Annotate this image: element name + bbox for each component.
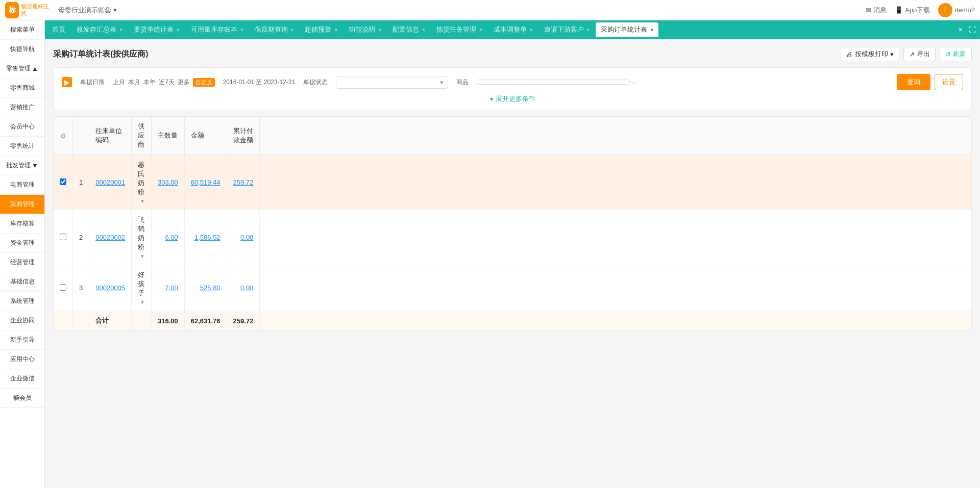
sidebar-item-retail-mall[interactable]: 零售商城 bbox=[0, 79, 44, 98]
sidebar-item-vip[interactable]: 畅会员 bbox=[0, 389, 44, 408]
td-row-check[interactable] bbox=[54, 265, 73, 311]
tab-home[interactable]: 首页 bbox=[47, 22, 70, 37]
export-button[interactable]: ↗ 导出 bbox=[903, 47, 936, 61]
refresh-button[interactable]: ↺ 刷新 bbox=[940, 47, 972, 61]
tab-close-icon[interactable]: × bbox=[479, 27, 482, 33]
td-paid[interactable]: 0.00 bbox=[227, 265, 260, 311]
tab-expiry[interactable]: 保质期查询 × bbox=[250, 22, 299, 37]
tab-invite[interactable]: 邀请下游客户 × bbox=[539, 22, 595, 37]
data-table: ⚙ 往来单位编码 供应商 主数量 金额 累计付款金额 bbox=[53, 116, 972, 331]
export-label: 导出 bbox=[917, 49, 930, 59]
sidebar-item-marketing[interactable]: 营销推广 bbox=[0, 98, 44, 117]
sidebar-item-system[interactable]: 系统管理 bbox=[0, 292, 44, 311]
td-amount[interactable]: 60,519.44 bbox=[184, 155, 227, 210]
tab-close-icon[interactable]: × bbox=[378, 27, 381, 33]
tab-expand-button[interactable]: ⛶ bbox=[967, 24, 978, 35]
td-qty[interactable]: 6.00 bbox=[151, 210, 184, 265]
td-qty[interactable]: 303.00 bbox=[151, 155, 184, 210]
date-custom-tag[interactable]: 自定义 bbox=[193, 78, 215, 87]
td-index: 1 bbox=[73, 155, 89, 210]
tab-close-icon[interactable]: × bbox=[119, 27, 122, 33]
row-checkbox[interactable] bbox=[60, 178, 66, 185]
tab-close-icon[interactable]: × bbox=[334, 27, 337, 33]
tab-close-icon[interactable]: × bbox=[650, 27, 653, 33]
tab-function[interactable]: 功能说明 × bbox=[344, 22, 386, 37]
sidebar-item-operation[interactable]: 经营管理 bbox=[0, 253, 44, 272]
tab-overstock[interactable]: 超储预警 × bbox=[300, 22, 342, 37]
td-supplier-code[interactable]: 00020001 bbox=[89, 155, 132, 210]
sidebar-item-retail-stat[interactable]: 零售统计 bbox=[0, 137, 44, 156]
sidebar-item-quick-nav[interactable]: 快捷导航 bbox=[0, 40, 44, 59]
sidebar-item-newbie[interactable]: 新手引导 bbox=[0, 330, 44, 350]
query-button[interactable]: 查询 bbox=[897, 74, 930, 90]
sidebar-item-retail[interactable]: 零售管理 ▲ bbox=[0, 59, 44, 79]
sidebar-item-inventory[interactable]: 库存核算 bbox=[0, 214, 44, 234]
td-amount[interactable]: 1,586.52 bbox=[184, 210, 227, 265]
td-qty[interactable]: 7.00 bbox=[151, 265, 184, 311]
status-select[interactable]: ▾ bbox=[336, 76, 448, 89]
table-row[interactable]: 3 00020005 好孩子▼ 7.00 525.80 0.00 bbox=[54, 265, 971, 311]
tab-purchase-stat[interactable]: 要货单统计表 × bbox=[129, 22, 185, 37]
top-bar-right: ✉ 消息 📱 App下载 E demo2 bbox=[866, 3, 975, 17]
tab-close-icon[interactable]: × bbox=[422, 27, 425, 33]
sidebar-item-ecommerce[interactable]: 电商管理 bbox=[0, 175, 44, 195]
goods-more-button[interactable]: ··· bbox=[632, 79, 638, 86]
td-row-check[interactable] bbox=[54, 155, 73, 210]
table-row[interactable]: 1 00020001 惠氏奶粉▼ 303.00 60,519.44 259.72 bbox=[54, 155, 971, 210]
td-row-check[interactable] bbox=[54, 210, 73, 265]
sidebar-item-app-center[interactable]: 应用中心 bbox=[0, 350, 44, 369]
date-shortcut-lastmonth[interactable]: 上月 bbox=[113, 78, 125, 87]
settings-icon[interactable]: ⚙ bbox=[60, 132, 66, 140]
tab-purchase-order-stat[interactable]: 采购订单统计表 × bbox=[596, 22, 658, 37]
row-checkbox[interactable] bbox=[60, 234, 66, 240]
refresh-label: 刷新 bbox=[953, 49, 966, 59]
sidebar-item-enterprise[interactable]: 企业协同 bbox=[0, 311, 44, 330]
footer-qty: 316.00 bbox=[151, 311, 184, 331]
tab-close-icon[interactable]: × bbox=[587, 27, 590, 33]
row-checkbox[interactable] bbox=[60, 284, 66, 291]
td-paid[interactable]: 259.72 bbox=[227, 155, 260, 210]
goods-input[interactable] bbox=[477, 80, 630, 85]
sidebar-item-finance[interactable]: 资金管理 bbox=[0, 234, 44, 253]
sidebar-item-wechat[interactable]: 企业微信 bbox=[0, 369, 44, 389]
app-download-button[interactable]: 📱 App下载 bbox=[895, 6, 930, 15]
tab-pick-task[interactable]: 拣货任务管理 × bbox=[431, 22, 487, 37]
sidebar-item-purchase[interactable]: 采购管理 bbox=[0, 195, 44, 214]
th-settings[interactable]: ⚙ bbox=[54, 117, 73, 155]
tab-inventory-book[interactable]: 可用量库存账本 × bbox=[186, 22, 249, 37]
filter-row-1: ▶ 单据日期 上月 本月 本年 近7天 更多 自定义 2016-01-01 至 … bbox=[62, 74, 963, 90]
td-supplier-code[interactable]: 00020005 bbox=[89, 265, 132, 311]
logo-text: 畅捷通好生意 bbox=[21, 3, 50, 16]
sidebar-item-search[interactable]: 搜索菜单 bbox=[0, 20, 44, 40]
user-name: demo2 bbox=[954, 6, 975, 14]
message-button[interactable]: ✉ 消息 bbox=[866, 6, 887, 15]
tab-close-icon[interactable]: × bbox=[291, 27, 294, 33]
date-shortcut-thisyear[interactable]: 本年 bbox=[143, 78, 156, 87]
tab-close-icon[interactable]: × bbox=[530, 27, 533, 33]
user-area[interactable]: E demo2 bbox=[938, 3, 975, 17]
td-supplier-code[interactable]: 00020002 bbox=[89, 210, 132, 265]
print-button[interactable]: 🖨 按模板打印 ▾ bbox=[841, 47, 899, 61]
tab-close-icon[interactable]: × bbox=[240, 27, 243, 33]
footer-extra bbox=[260, 311, 971, 331]
tab-recv-send[interactable]: 收发存汇总表 × bbox=[71, 22, 128, 37]
tab-cost-adjust[interactable]: 成本调整单 × bbox=[488, 22, 538, 37]
td-supplier-name: 飞鹤奶粉▼ bbox=[132, 210, 152, 265]
tab-config[interactable]: 配置信息 × bbox=[387, 22, 430, 37]
filter-toggle-button[interactable]: ▶ bbox=[62, 77, 72, 87]
page-actions: 🖨 按模板打印 ▾ ↗ 导出 ↺ 刷新 bbox=[841, 47, 972, 61]
workspace-selector[interactable]: 母婴行业演示账套 ▾ bbox=[54, 6, 121, 15]
td-amount[interactable]: 525.80 bbox=[184, 265, 227, 311]
date-shortcut-7days[interactable]: 近7天 bbox=[159, 78, 175, 87]
table-row[interactable]: 2 00020002 飞鹤奶粉▼ 6.00 1,586.52 0.00 bbox=[54, 210, 971, 265]
tab-close-icon[interactable]: × bbox=[177, 27, 180, 33]
date-shortcut-thismonth[interactable]: 本月 bbox=[128, 78, 140, 87]
sidebar-item-member[interactable]: 会员中心 bbox=[0, 117, 44, 137]
expand-more-button[interactable]: ▾ 展开更多条件 bbox=[62, 94, 963, 104]
sidebar-item-basic[interactable]: 基础信息 bbox=[0, 272, 44, 292]
sidebar-item-batch[interactable]: 批发管理 ▼ bbox=[0, 156, 44, 175]
settings-button[interactable]: 设置 bbox=[935, 74, 963, 90]
tab-close-all-button[interactable]: × bbox=[957, 24, 965, 35]
td-paid[interactable]: 0.00 bbox=[227, 210, 260, 265]
date-shortcut-more[interactable]: 更多 bbox=[178, 78, 190, 87]
